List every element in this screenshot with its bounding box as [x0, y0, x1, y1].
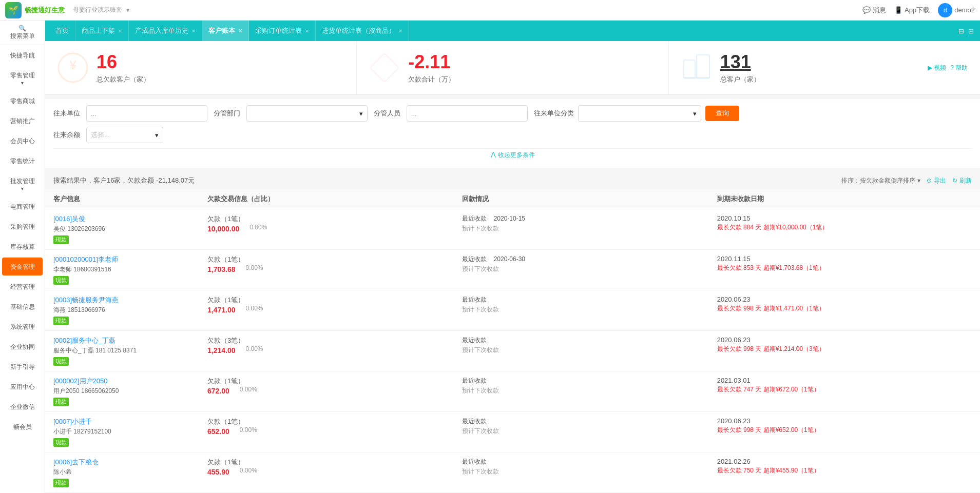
- total-customers-value: 131: [720, 51, 920, 73]
- message-label: 消息: [873, 6, 886, 15]
- export-btn[interactable]: ⊙ 导出: [927, 176, 946, 185]
- sidebar-item-enterprise[interactable]: 企业协同: [2, 338, 43, 356]
- top-bar: 🌱 畅捷通好生意 母婴行业演示账套 ▾ 💬 消息 📱 App下载 d demo2: [0, 0, 980, 21]
- user-avatar-btn[interactable]: d demo2: [938, 3, 975, 17]
- customer-phone-00010200001: 李老师 18600391516: [53, 265, 207, 274]
- message-icon: 💬: [862, 6, 871, 14]
- source-unit-label: 往来单位: [53, 109, 82, 118]
- sidebar-item-retail-stats[interactable]: 零售统计: [2, 152, 43, 170]
- expire-cell-0003: 2020.06.23 最长欠款 998 天 超期¥1,471.00（1笔）: [717, 295, 972, 313]
- col-customer-info: 客户信息: [53, 194, 207, 204]
- refresh-label: 刷新: [959, 176, 972, 185]
- expire-cell-0006: 2021.02.26 最长欠款 750 天 超期¥455.90（1笔）: [717, 458, 972, 475]
- sidebar: 🔍 搜索菜单 快捷导航 零售管理 ▾ 零售商城 营销推广 会员中心 零售统计: [0, 21, 45, 493]
- tab-customer-account[interactable]: 客户账本 ✕: [202, 21, 249, 41]
- customer-name-0007[interactable]: [0007]小进千: [53, 417, 207, 426]
- tab-product-offline-label: 商品上下架: [82, 26, 115, 35]
- debt-amount-value: -2.11: [408, 51, 455, 73]
- stat-debt-customers: ¥ 16 总欠款客户（家）: [45, 41, 357, 94]
- view-video-btn[interactable]: ▶ 视频: [928, 64, 946, 72]
- tab-product-offline[interactable]: 商品上下架 ✕: [75, 21, 129, 41]
- tab-minimize-icon[interactable]: ⊟: [958, 27, 964, 35]
- debt-cell-000002: 欠款（1笔） 672.00 0.00%: [207, 377, 462, 395]
- tab-close-icon-4[interactable]: ✕: [305, 28, 309, 34]
- source-unit-select[interactable]: ...: [86, 105, 207, 122]
- overdue-link-000002[interactable]: 超期¥672.00（1笔）: [763, 386, 820, 393]
- sidebar-item-vip[interactable]: 畅会员: [2, 418, 43, 436]
- collapse-row[interactable]: ⋀ 收起更多条件: [53, 148, 972, 162]
- content-area: 首页 商品上下架 ✕ 产成品入库单历史 ✕ 客户账本 ✕ 采购订单统计表 ✕: [45, 21, 980, 493]
- sidebar-item-basic-info[interactable]: 基础信息: [2, 298, 43, 315]
- overdue-link-00010200001[interactable]: 超期¥1,703.68（1笔）: [763, 264, 825, 271]
- app-download-btn[interactable]: 📱 App下载: [894, 6, 930, 15]
- filter-remaining: 往来余额 选择... ▾: [53, 127, 207, 143]
- tab-close-icon-5[interactable]: ✕: [398, 28, 402, 34]
- customer-name-000002[interactable]: [000002]用户2050: [53, 377, 207, 386]
- overdue-link-0006[interactable]: 超期¥455.90（1笔）: [763, 467, 820, 474]
- sidebar-item-retail-mgmt[interactable]: 零售管理 ▾: [2, 66, 43, 90]
- help-btn[interactable]: ? 帮助: [950, 64, 968, 72]
- sidebar-item-capital-mgmt[interactable]: 资金管理: [2, 258, 43, 275]
- tab-close-icon[interactable]: ✕: [118, 28, 122, 34]
- sidebar-item-ecom-mgmt[interactable]: 电商管理: [2, 198, 43, 215]
- sidebar-item-corp-wechat[interactable]: 企业微信: [2, 398, 43, 416]
- person-ellipsis: ...: [411, 110, 417, 117]
- sidebar-item-ops-mgmt[interactable]: 经营管理: [2, 278, 43, 295]
- tab-import-stats[interactable]: 进货单统计表（按商品） ✕: [316, 21, 409, 41]
- message-btn[interactable]: 💬 消息: [862, 6, 886, 15]
- person-select[interactable]: ...: [407, 105, 528, 122]
- query-button[interactable]: 查询: [705, 106, 739, 121]
- customer-cell-00010200001: [00010200001]李老师 李老师 18600391516 现款: [53, 255, 207, 285]
- remaining-select[interactable]: 选择... ▾: [86, 127, 163, 143]
- tab-product-history[interactable]: 产成品入库单历史 ✕: [129, 21, 202, 41]
- refresh-icon: ↻: [952, 177, 957, 184]
- table-row: [000002]用户2050 用户2050 18665062050 现款 欠款（…: [45, 371, 980, 412]
- total-customers-label: 总客户（家）: [720, 75, 920, 84]
- sidebar-item-new-guide[interactable]: 新手引导: [2, 358, 43, 376]
- sidebar-item-quick-nav[interactable]: 快捷导航: [2, 46, 43, 64]
- refresh-btn[interactable]: ↻ 刷新: [952, 176, 972, 185]
- tab-close-icon-2[interactable]: ✕: [191, 28, 196, 34]
- debt-amount-label: 欠款合计（万）: [408, 75, 455, 84]
- sort-btn[interactable]: 排序：按欠款金额倒序排序 ▾: [841, 176, 920, 185]
- stat-debt-customers-info: 16 总欠款客户（家）: [97, 51, 150, 84]
- sidebar-item-app-center[interactable]: 应用中心: [2, 378, 43, 396]
- debt-customers-icon: ¥: [57, 52, 88, 83]
- tab-close-icon-3[interactable]: ✕: [238, 28, 242, 34]
- tab-fullscreen-icon[interactable]: ⊞: [968, 27, 974, 35]
- customer-name-00010200001[interactable]: [00010200001]李老师: [53, 255, 207, 264]
- overdue-link-0016[interactable]: 超期¥10,000.00（1笔）: [763, 224, 829, 231]
- sidebar-item-batch-mgmt[interactable]: 批发管理 ▾: [2, 172, 43, 195]
- customer-name-0006[interactable]: [0006]去下粮仓: [53, 458, 207, 467]
- dropdown-arrow-icon[interactable]: ▾: [126, 7, 129, 14]
- sidebar-item-purchase-mgmt[interactable]: 采购管理: [2, 218, 43, 235]
- source-unit-ellipsis: ...: [91, 110, 97, 117]
- unit-category-select[interactable]: ▾: [578, 105, 701, 122]
- stats-row: ¥ 16 总欠款客户（家） -2.11 欠款合计（万）: [45, 41, 980, 95]
- repayment-cell-0007: 最近收款 预计下次收款: [462, 417, 717, 436]
- tab-product-history-label: 产成品入库单历史: [135, 26, 188, 35]
- filter-dept: 分管部门 ▾: [214, 105, 368, 122]
- dept-select[interactable]: ▾: [246, 105, 368, 122]
- sidebar-item-inventory[interactable]: 库存核算: [2, 238, 43, 255]
- sidebar-item-member[interactable]: 会员中心: [2, 132, 43, 150]
- overdue-link-0007[interactable]: 超期¥652.00（1笔）: [763, 426, 820, 433]
- stat-actions: ▶ 视频 ? 帮助: [928, 64, 968, 72]
- overdue-link-0003[interactable]: 超期¥1,471.00（1笔）: [763, 305, 825, 312]
- search-menu-btn[interactable]: 🔍 搜索菜单: [0, 21, 45, 45]
- sidebar-item-retail-mall[interactable]: 零售商城: [2, 92, 43, 110]
- export-icon: ⊙: [927, 177, 932, 184]
- customer-cell-0002: [0002]服务中心_丁磊 服务中心_丁磊 181 0125 8371 现款: [53, 336, 207, 366]
- overdue-link-0002[interactable]: 超期¥1,214.00（3笔）: [763, 345, 825, 352]
- sidebar-item-sys-mgmt[interactable]: 系统管理: [2, 318, 43, 336]
- customer-name-0003[interactable]: [0003]畅捷服务尹海燕: [53, 295, 207, 305]
- top-bar-left: 🌱 畅捷通好生意 母婴行业演示账套 ▾: [5, 2, 129, 18]
- avatar: d: [938, 3, 952, 17]
- customer-name-0002[interactable]: [0002]服务中心_丁磊: [53, 336, 207, 345]
- tab-purchase-stats[interactable]: 采购订单统计表 ✕: [249, 21, 316, 41]
- tag-xian-00010200001: 现款: [53, 276, 69, 285]
- export-label: 导出: [934, 176, 946, 185]
- customer-name-0016[interactable]: [0016]吴俊: [53, 214, 207, 224]
- tab-home[interactable]: 首页: [49, 21, 75, 41]
- sidebar-item-marketing[interactable]: 营销推广: [2, 112, 43, 130]
